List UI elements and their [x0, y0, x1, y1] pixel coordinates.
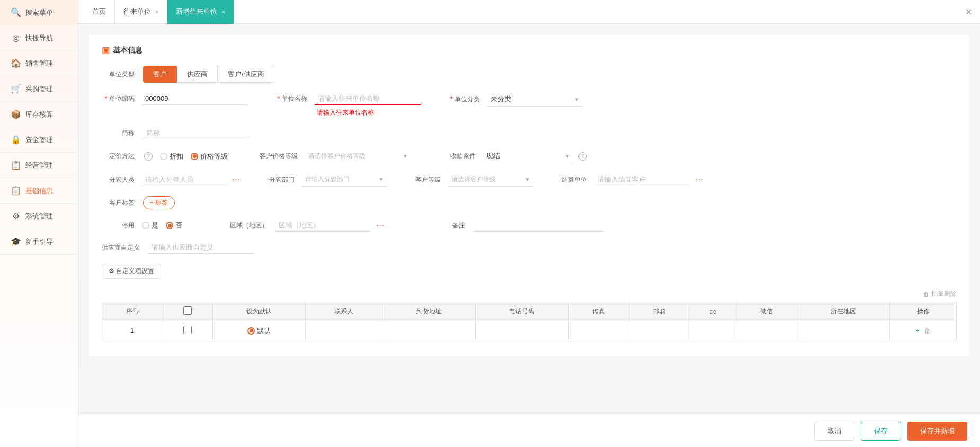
supplier-custom-input[interactable] — [148, 241, 254, 254]
row-fax[interactable] — [568, 321, 629, 340]
sidebar-item-inventory[interactable]: 📦 库存核算 — [0, 102, 78, 127]
sidebar-item-newbie[interactable]: 🎓 新手引导 — [0, 229, 78, 255]
sidebar-item-label: 销售管理 — [25, 59, 53, 68]
batch-delete-icon: 🗑 — [923, 291, 929, 298]
pricing-label: 定价方法 — [102, 152, 139, 161]
btn-both[interactable]: 客户/供应商 — [218, 66, 274, 83]
row-phone[interactable] — [476, 321, 569, 340]
tab-partners-close[interactable]: × — [155, 8, 158, 15]
tab-new-partner-close[interactable]: × — [221, 8, 225, 15]
row-email[interactable] — [629, 321, 690, 340]
table-actions: 🗑 批量删除 — [102, 290, 957, 299]
sidebar: 🔍 搜索菜单 ◎ 快捷导航 🏠 销售管理 🛒 采购管理 📦 库存核算 🔒 资金管… — [0, 0, 78, 447]
row-default-radio[interactable]: 默认 — [218, 326, 300, 336]
payment-value: 现结 — [486, 151, 500, 161]
newbie-icon: 🎓 — [11, 236, 21, 247]
sidebar-item-label: 资金管理 — [25, 135, 53, 145]
row-actions: + 🗑 — [890, 321, 957, 340]
payment-label: 收款条件 — [443, 152, 480, 161]
tab-home[interactable]: 首页 — [84, 0, 115, 24]
batch-delete-btn[interactable]: 🗑 批量删除 — [923, 290, 957, 299]
save-button[interactable]: 保存 — [861, 422, 901, 441]
quicknav-icon: ◎ — [11, 33, 21, 43]
short-input[interactable] — [143, 127, 249, 139]
disabled-no[interactable]: 否 — [166, 221, 182, 230]
dept-placeholder: 请输入分管部门 — [305, 175, 350, 184]
name-input[interactable] — [315, 92, 421, 105]
add-tag-button[interactable]: + 标签 — [143, 196, 175, 209]
row-checkbox[interactable] — [183, 326, 192, 334]
row-qq[interactable] — [690, 321, 736, 340]
pricing-radio-level[interactable]: 价格等级 — [191, 152, 228, 161]
btn-supplier[interactable]: 供应商 — [177, 66, 218, 83]
tab-new-partner[interactable]: 新增往来单位 × — [167, 0, 234, 24]
row-add-btn[interactable]: + — [915, 327, 919, 335]
region-input[interactable] — [275, 219, 371, 232]
pricing-help-icon[interactable]: ? — [144, 152, 153, 161]
row-checkbox-cell[interactable] — [163, 321, 212, 340]
manager-input[interactable] — [142, 173, 227, 186]
btn-customer[interactable]: 客户 — [143, 66, 177, 83]
sidebar-item-basic[interactable]: 📋 基础信息 — [0, 178, 78, 204]
category-select[interactable]: 未分类 ▼ — [487, 92, 583, 107]
custom-settings-area: ⚙ 自定义项设置 — [102, 264, 957, 279]
sidebar-item-label: 基础信息 — [25, 186, 53, 196]
settlement-label: 结算单位 — [554, 176, 591, 185]
payment-arrow: ▼ — [565, 153, 570, 159]
pricing-radio-level-dot — [193, 154, 197, 158]
row-delete-btn[interactable]: 🗑 — [924, 327, 931, 335]
sidebar-item-search[interactable]: 🔍 搜索菜单 — [0, 0, 78, 25]
customer-price-arrow: ▼ — [403, 153, 408, 159]
col-contact: 联系人 — [306, 302, 382, 321]
col-checkbox[interactable] — [163, 302, 212, 321]
region-more-btn[interactable]: ··· — [376, 221, 385, 230]
pricing-radio-discount-circle — [160, 153, 167, 160]
sidebar-item-purchase[interactable]: 🛒 采购管理 — [0, 76, 78, 102]
disabled-field: 停用 是 否 — [102, 221, 182, 230]
pricing-radio-discount[interactable]: 折扣 — [160, 152, 183, 161]
row-address[interactable] — [382, 321, 476, 340]
section-title: ▣ 基本信息 — [102, 45, 957, 55]
custom-settings-button[interactable]: ⚙ 自定义项设置 — [102, 264, 161, 279]
sidebar-item-sales[interactable]: 🏠 销售管理 — [0, 51, 78, 76]
category-arrow: ▼ — [574, 97, 580, 102]
sidebar-item-operations[interactable]: 📋 经营管理 — [0, 153, 78, 178]
payment-help-icon[interactable]: ? — [578, 152, 587, 161]
customer-price-select[interactable]: 请选择客户价格等级 ▼ — [305, 150, 411, 163]
pricing-radio-discount-label: 折扣 — [170, 152, 183, 161]
window-close-button[interactable]: ✕ — [965, 7, 972, 17]
row-contact[interactable] — [306, 321, 382, 340]
sidebar-item-finance[interactable]: 🔒 资金管理 — [0, 127, 78, 153]
supplier-custom-label: 供应商自定义 — [102, 243, 144, 252]
dept-select[interactable]: 请输入分管部门 ▼ — [302, 173, 387, 187]
col-email: 邮箱 — [629, 302, 690, 321]
finance-icon: 🔒 — [11, 135, 21, 145]
customer-level-select[interactable]: 请选择客户等级 ▼ — [448, 173, 533, 187]
disabled-yes-circle — [142, 222, 149, 229]
search-icon: 🔍 — [11, 7, 21, 17]
basic-icon: 📋 — [11, 186, 21, 196]
save-new-button[interactable]: 保存并新增 — [907, 422, 967, 441]
col-wechat: 微信 — [736, 302, 797, 321]
supplier-custom-row: 供应商自定义 — [102, 241, 957, 254]
row-default-cell[interactable]: 默认 — [212, 321, 306, 340]
dept-label: 分管部门 — [262, 176, 299, 185]
region-field: 区域（地区） ··· — [230, 219, 385, 232]
tab-partners[interactable]: 往来单位 × — [115, 0, 167, 24]
sidebar-item-quicknav[interactable]: ◎ 快捷导航 — [0, 25, 78, 51]
settlement-input[interactable] — [594, 173, 690, 186]
customer-price-placeholder: 请选择客户价格等级 — [308, 152, 366, 161]
code-input[interactable] — [142, 92, 248, 105]
payment-select[interactable]: 现结 ▼ — [483, 149, 573, 163]
row-region[interactable] — [797, 321, 890, 340]
manager-more-btn[interactable]: ··· — [232, 175, 240, 185]
settlement-more-btn[interactable]: ··· — [695, 175, 703, 185]
select-all-checkbox[interactable] — [183, 306, 192, 315]
sidebar-item-system[interactable]: ⚙ 系统管理 — [0, 204, 78, 229]
remark-input[interactable] — [473, 219, 605, 232]
col-qq: qq — [690, 302, 736, 321]
row-wechat[interactable] — [736, 321, 797, 340]
disabled-yes[interactable]: 是 — [142, 221, 158, 230]
sidebar-item-label: 快捷导航 — [25, 33, 53, 43]
cancel-button[interactable]: 取消 — [814, 422, 854, 441]
